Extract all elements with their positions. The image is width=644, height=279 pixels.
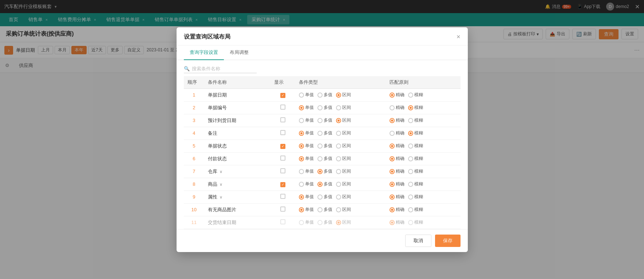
modal-overlay: 设置查询区域布局 × 查询字段设置 布局调整 🔍 顺序 条件名称 显示: [0, 0, 644, 73]
dialog-close-btn[interactable]: ×: [457, 33, 461, 41]
search-input[interactable]: [192, 66, 250, 71]
tab-query-fields[interactable]: 查询字段设置: [184, 46, 224, 60]
dialog-search-area: 🔍: [177, 60, 468, 73]
search-icon: 🔍: [184, 66, 190, 71]
dialog-tabs: 查询字段设置 布局调整: [177, 46, 468, 60]
dialog-title: 设置查询区域布局: [184, 33, 230, 41]
search-box: 🔍: [184, 64, 257, 73]
dialog-header: 设置查询区域布局 ×: [177, 27, 468, 46]
tab-layout-adjust[interactable]: 布局调整: [224, 46, 254, 60]
settings-dialog: 设置查询区域布局 × 查询字段设置 布局调整 🔍 顺序 条件名称 显示: [177, 27, 468, 73]
